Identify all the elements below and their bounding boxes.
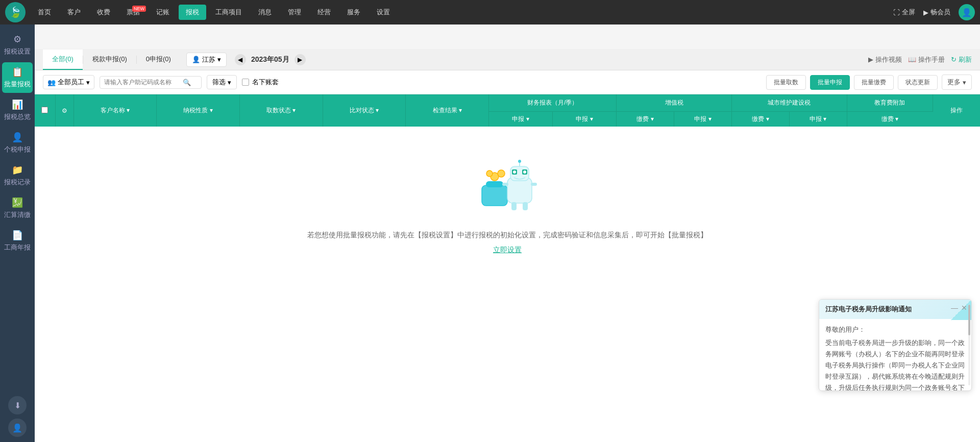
- sidebar-item-annual-report[interactable]: 📄 工商年报: [2, 226, 33, 256]
- nav-operation[interactable]: 经营: [310, 5, 338, 20]
- top-navigation: 🍃 首页 客户 收费 票据 NEW 记账 报税 工商项目 消息 管理 经营 服务…: [0, 0, 980, 24]
- th-select-all[interactable]: [35, 94, 55, 127]
- avatar[interactable]: 👤: [959, 4, 975, 20]
- minimize-notification-button[interactable]: —: [951, 304, 958, 312]
- nav-manage[interactable]: 管理: [281, 5, 308, 20]
- batch-declare-button[interactable]: 批量申报: [810, 75, 850, 90]
- date-navigation: ◀ 2023年05月 ▶: [235, 54, 306, 65]
- nav-menu: 首页 客户 收费 票据 NEW 记账 报税 工商项目 消息 管理 经营 服务 设…: [31, 5, 893, 20]
- nav-home[interactable]: 首页: [31, 5, 58, 20]
- batch-pay-button[interactable]: 批量缴费: [854, 75, 894, 90]
- th-city-pay[interactable]: 缴费 ▾: [731, 112, 789, 127]
- next-month-button[interactable]: ▶: [295, 54, 306, 65]
- user-icon-btn[interactable]: 👤: [8, 419, 27, 437]
- th-edu-pay[interactable]: 缴费 ▾: [847, 112, 933, 127]
- th-finance-declare[interactable]: 申报 ▾: [489, 112, 553, 127]
- svg-point-4: [486, 170, 493, 177]
- svg-rect-5: [507, 178, 532, 203]
- svg-point-8: [518, 160, 521, 163]
- th-vat: 增值税: [617, 94, 732, 112]
- video-link[interactable]: ▶ 操作视频: [868, 55, 902, 64]
- download-icon-btn[interactable]: ⬇: [8, 396, 27, 414]
- batch-tax-icon: 📋: [12, 66, 23, 78]
- setup-link[interactable]: 立即设置: [493, 245, 522, 255]
- table-header-row1: ⚙ 客户名称 ▾ 纳税性质 ▾ 取数状态 ▾ 比对状态 ▾ 检查结果 ▾ 财务报…: [35, 94, 980, 112]
- search-input[interactable]: [104, 79, 181, 86]
- svg-point-11: [513, 170, 516, 174]
- notification-panel: 江苏电子税务局升级影响通知 — ✕ 尊敬的用户： 受当前电子税务局进一步升级的影…: [819, 299, 972, 391]
- svg-rect-0: [482, 185, 507, 206]
- filter-button[interactable]: 筛选 ▾: [207, 75, 237, 89]
- tab-zero-declare[interactable]: 0申报(0): [137, 50, 180, 70]
- status-update-button[interactable]: 状态更新: [898, 75, 938, 90]
- svg-rect-14: [531, 183, 537, 186]
- tab-all[interactable]: 全部(0): [43, 50, 83, 70]
- select-all-checkbox[interactable]: [41, 107, 48, 113]
- th-city-declare[interactable]: 申报 ▾: [674, 112, 732, 127]
- more-button[interactable]: 更多 ▾: [942, 75, 972, 90]
- sidebar-item-tax-summary[interactable]: 📊 报税总览: [2, 95, 33, 126]
- nav-service[interactable]: 服务: [340, 5, 368, 20]
- batch-fetch-button[interactable]: 批量取数: [766, 75, 806, 90]
- notification-scrollbar[interactable]: [968, 305, 970, 385]
- svg-rect-13: [502, 183, 508, 186]
- th-gear[interactable]: ⚙: [55, 94, 74, 127]
- nav-settings[interactable]: 设置: [370, 5, 397, 20]
- sidebar-item-personal-tax[interactable]: 👤 个税申报: [2, 128, 33, 158]
- th-vat-declare[interactable]: 申报 ▾: [553, 112, 617, 127]
- nav-client[interactable]: 客户: [60, 5, 88, 20]
- search-box[interactable]: 🔍: [100, 76, 202, 89]
- prev-month-button[interactable]: ◀: [235, 54, 246, 65]
- sidebar-item-settlement[interactable]: 💹 汇算清缴: [2, 193, 33, 224]
- nav-fee[interactable]: 收费: [90, 5, 117, 20]
- nav-business[interactable]: 工商项目: [208, 5, 249, 20]
- book-icon: 📖: [908, 56, 916, 63]
- th-fetch-status[interactable]: 取数状态 ▾: [239, 94, 323, 127]
- fullscreen-button[interactable]: ⛶ 全屏: [893, 8, 915, 17]
- empty-state-row: 若您想使用批量报税功能，请先在【报税设置】中进行报税的初始化设置，完成密码验证和…: [35, 127, 980, 275]
- svg-rect-16: [523, 202, 528, 210]
- more-chevron-icon: ▾: [963, 79, 966, 86]
- search-icon: 🔍: [183, 79, 191, 86]
- th-client-name[interactable]: 客户名称 ▾: [74, 94, 157, 127]
- toolbar-right-actions: 批量取数 批量申报 批量缴费 状态更新 更多 ▾: [766, 75, 972, 90]
- nav-accounting[interactable]: 记账: [149, 5, 177, 20]
- nav-message[interactable]: 消息: [251, 5, 279, 20]
- employee-select[interactable]: 👥 全部员工 ▾: [43, 75, 94, 89]
- th-compare-status[interactable]: 比对状态 ▾: [323, 94, 406, 127]
- robot-illustration: [477, 157, 538, 218]
- tab-tax-declare[interactable]: 税款申报(0): [83, 50, 136, 70]
- th-check-result[interactable]: 检查结果 ▾: [406, 94, 489, 127]
- notification-text: 受当前电子税务局进一步升级的影响，同一个政务网账号（办税人）名下的企业不能再同时…: [825, 337, 965, 390]
- tab-bar-actions: ▶ 操作视频 📖 操作手册 ↻ 刷新: [868, 55, 972, 64]
- svg-rect-15: [511, 202, 517, 210]
- region-selector[interactable]: 👤 江苏 ▾: [186, 53, 227, 67]
- video-icon: ▶: [868, 56, 873, 63]
- empty-state-cell: 若您想使用批量报税功能，请先在【报税设置】中进行报税的初始化设置，完成密码验证和…: [35, 127, 980, 275]
- account-check[interactable]: 名下账套: [242, 78, 279, 87]
- svg-point-3: [498, 170, 505, 177]
- sidebar-item-batch-tax[interactable]: 📋 批量报税: [2, 62, 33, 93]
- member-button[interactable]: ▶ 畅会员: [923, 8, 950, 17]
- manual-link[interactable]: 📖 操作手册: [908, 55, 945, 64]
- empty-message: 若您想使用批量报税功能，请先在【报税设置】中进行报税的初始化设置，完成密码验证和…: [307, 229, 707, 241]
- sidebar-item-tax-settings[interactable]: ⚙ 报税设置: [2, 30, 33, 60]
- th-vat-pay[interactable]: 缴费 ▾: [617, 112, 674, 127]
- account-checkbox[interactable]: [242, 79, 249, 86]
- tax-settings-icon: ⚙: [13, 34, 21, 45]
- th-edu-declare[interactable]: 申报 ▾: [789, 112, 847, 127]
- close-notification-button[interactable]: ✕: [961, 304, 967, 312]
- settlement-icon: 💹: [12, 197, 23, 208]
- nav-invoice[interactable]: 票据 NEW: [119, 5, 147, 20]
- nav-tax[interactable]: 报税: [179, 5, 206, 20]
- member-icon: ▶: [923, 9, 928, 16]
- th-tax-type[interactable]: 纳税性质 ▾: [157, 94, 240, 127]
- filter-chevron-icon: ▾: [228, 79, 231, 86]
- sidebar-item-tax-record[interactable]: 📁 报税记录: [2, 160, 33, 191]
- refresh-button[interactable]: ↻ 刷新: [951, 55, 972, 64]
- th-city-tax: 城市维护建设税: [731, 94, 847, 112]
- svg-rect-1: [486, 181, 503, 187]
- th-financial-report: 财务报表（月/季）: [489, 94, 617, 112]
- annual-report-icon: 📄: [12, 230, 23, 241]
- notification-title: 江苏电子税务局升级影响通知: [825, 305, 912, 314]
